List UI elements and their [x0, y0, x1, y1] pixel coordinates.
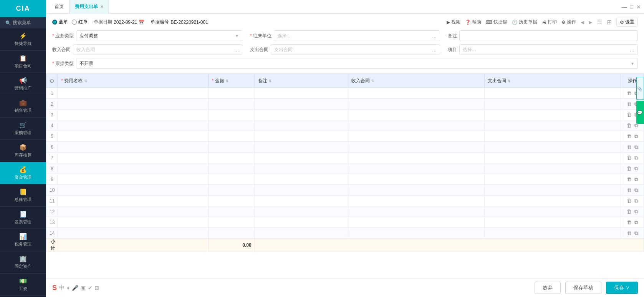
copy-row-icon[interactable]: ⧉: [634, 219, 638, 225]
save-draft-button[interactable]: 保存草稿: [565, 282, 601, 294]
delete-row-icon[interactable]: 🗑: [627, 90, 632, 96]
delete-row-icon[interactable]: 🗑: [627, 155, 632, 161]
nav-left-icon[interactable]: ◀: [581, 20, 584, 25]
copy-row-icon[interactable]: ⧉: [634, 144, 638, 150]
print-btn[interactable]: 🖨 打印: [542, 19, 557, 25]
income-contract-cell[interactable]: [348, 120, 485, 131]
note-cell[interactable]: [255, 206, 348, 217]
tab-close-icon[interactable]: ✕: [100, 5, 103, 9]
expense-contract-cell[interactable]: [484, 228, 621, 239]
project-input[interactable]: 选择... ...: [459, 44, 638, 55]
delete-row-icon[interactable]: 🗑: [627, 176, 632, 182]
calendar-icon[interactable]: 📅: [139, 20, 144, 25]
nav-right-icon[interactable]: ▶: [589, 20, 592, 25]
project-more-icon[interactable]: ...: [630, 46, 634, 53]
expense-name-cell[interactable]: [58, 206, 209, 217]
expense-name-cell[interactable]: [58, 185, 209, 196]
amount-cell[interactable]: [209, 153, 255, 163]
note-cell[interactable]: [255, 163, 348, 174]
note-cell[interactable]: [255, 153, 348, 163]
expense-name-cell[interactable]: [58, 196, 209, 206]
amount-cell[interactable]: [209, 120, 255, 131]
expense-name-cell[interactable]: [58, 120, 209, 131]
history-btn[interactable]: 🕐 历史单据: [512, 19, 537, 25]
delete-row-icon[interactable]: 🗑: [627, 198, 632, 204]
blue-bill-radio[interactable]: 蓝单: [52, 19, 68, 25]
sidebar-item-salary[interactable]: 💵工资: [0, 274, 46, 296]
note-cell[interactable]: [255, 196, 348, 206]
red-bill-input[interactable]: [72, 20, 77, 25]
list-view-icon[interactable]: ☰: [597, 18, 602, 26]
minimize-icon[interactable]: —: [622, 4, 627, 10]
note-cell[interactable]: [255, 185, 348, 196]
income-contract-cell[interactable]: [348, 196, 485, 206]
income-contract-cell[interactable]: [348, 99, 485, 110]
expense-contract-cell[interactable]: [484, 196, 621, 206]
settings-btn[interactable]: ⚙ 设置: [616, 18, 638, 27]
amount-cell[interactable]: [209, 110, 255, 120]
expense-name-cell[interactable]: [58, 217, 209, 228]
copy-row-icon[interactable]: ⧉: [634, 166, 638, 171]
expense-name-cell[interactable]: [58, 153, 209, 163]
note-cell[interactable]: [255, 88, 348, 99]
delete-row-icon[interactable]: 🗑: [627, 209, 632, 214]
counterpart-input[interactable]: 选择... ...: [274, 30, 440, 41]
red-bill-radio[interactable]: 红单: [72, 19, 88, 25]
sort-icon-income[interactable]: ⇅: [371, 79, 374, 83]
expense-more-icon[interactable]: ...: [432, 46, 437, 53]
sidebar-item-purchase-mgmt[interactable]: 🛒采购管理: [0, 118, 46, 140]
expense-contract-cell[interactable]: [484, 142, 621, 153]
sidebar-item-project-contract[interactable]: 📋项目合同: [0, 51, 46, 73]
note-cell[interactable]: [255, 131, 348, 142]
amount-cell[interactable]: [209, 217, 255, 228]
expense-contract-cell[interactable]: [484, 88, 621, 99]
amount-cell[interactable]: [209, 196, 255, 206]
expense-name-cell[interactable]: [58, 110, 209, 120]
expense-name-cell[interactable]: [58, 142, 209, 153]
delete-row-icon[interactable]: 🗑: [627, 219, 632, 225]
delete-row-icon[interactable]: 🗑: [627, 133, 632, 139]
delete-row-icon[interactable]: 🗑: [627, 187, 632, 193]
invoice-type-input[interactable]: 不开票 ▼: [76, 58, 638, 69]
delete-row-icon[interactable]: 🗑: [627, 101, 632, 107]
expense-contract-cell[interactable]: [484, 110, 621, 120]
business-type-input[interactable]: 应付调整 ▼: [76, 30, 242, 41]
video-btn[interactable]: ▶ 视频: [447, 19, 460, 25]
tab-expense-bill[interactable]: 费用支出单 ✕: [70, 0, 109, 14]
income-contract-input[interactable]: 收入合同 ...: [73, 44, 242, 55]
expense-contract-cell[interactable]: [484, 99, 621, 110]
expense-name-cell[interactable]: [58, 174, 209, 185]
delete-row-icon[interactable]: 🗑: [627, 230, 632, 236]
more-dots-icon[interactable]: ...: [234, 46, 239, 53]
blue-bill-input[interactable]: [52, 20, 57, 25]
amount-cell[interactable]: [209, 99, 255, 110]
sidebar-item-quick-nav[interactable]: ⚡快捷导航: [0, 28, 46, 51]
tab-home[interactable]: 首页: [49, 0, 70, 14]
expense-contract-cell[interactable]: [484, 163, 621, 174]
shortcut-btn[interactable]: ⌨ 快捷键: [486, 19, 507, 25]
discard-button[interactable]: 放弃: [535, 282, 561, 294]
amount-cell[interactable]: [209, 174, 255, 185]
sidebar-item-sales-mgmt[interactable]: 💼销售管理: [0, 95, 46, 118]
income-contract-cell[interactable]: [348, 228, 485, 239]
amount-cell[interactable]: [209, 142, 255, 153]
amount-cell[interactable]: [209, 206, 255, 217]
sidebar-search[interactable]: 🔍 搜索菜单: [0, 17, 46, 28]
copy-row-icon[interactable]: ⧉: [634, 176, 638, 182]
note-cell[interactable]: [255, 110, 348, 120]
sidebar-item-ledger-mgmt[interactable]: 📒总账管理: [0, 184, 46, 207]
copy-row-icon[interactable]: ⧉: [634, 209, 638, 214]
window-close-icon[interactable]: ✕: [636, 4, 641, 10]
amount-cell[interactable]: [209, 131, 255, 142]
sort-icon-note[interactable]: ⇅: [268, 79, 272, 83]
income-contract-cell[interactable]: [348, 206, 485, 217]
income-contract-cell[interactable]: [348, 185, 485, 196]
delete-row-icon[interactable]: 🗑: [627, 144, 632, 150]
note-cell[interactable]: [255, 142, 348, 153]
expense-contract-input[interactable]: 支出合同 ...: [271, 44, 440, 55]
note-cell[interactable]: [255, 217, 348, 228]
sidebar-item-fixed-assets[interactable]: 🏢固定资产: [0, 251, 46, 274]
note-cell[interactable]: [255, 99, 348, 110]
expense-contract-cell[interactable]: [484, 217, 621, 228]
expense-contract-cell[interactable]: [484, 120, 621, 131]
